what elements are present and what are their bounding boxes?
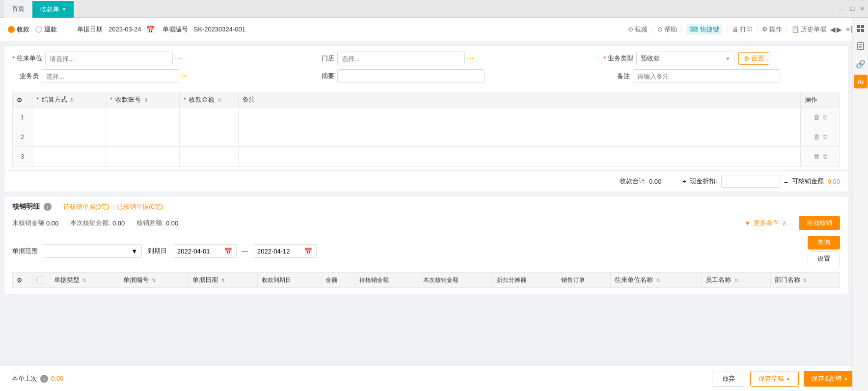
staff-input[interactable]	[42, 69, 179, 83]
col-action-header: 操作	[801, 92, 840, 108]
list-view-icon[interactable]: ≡	[846, 26, 850, 33]
radio-receipt[interactable]: 收款	[8, 25, 29, 34]
account-cell-2[interactable]	[106, 127, 180, 147]
sidebar-ai-icon[interactable]: Ai	[854, 75, 868, 88]
info-icon[interactable]: i	[44, 203, 52, 211]
calendar-to-icon: 📅	[304, 248, 312, 255]
settle-cell-2[interactable]	[32, 127, 106, 147]
tab-receipt[interactable]: 收款单 ×	[32, 0, 74, 18]
filter-row: 单据范围 ▼ 到期日 2022-04-01 📅 — 2022-04-12 📅 查…	[12, 236, 840, 266]
help-btn[interactable]: ⊙ 帮助	[657, 25, 677, 34]
sort-amount-icon[interactable]: ⇅	[217, 97, 221, 103]
row-num-2: 2	[13, 127, 32, 147]
query-btn[interactable]: 查询	[808, 236, 840, 250]
set-btn[interactable]: 设置	[808, 251, 840, 266]
delete-icon-2[interactable]: 🗑	[814, 133, 820, 140]
amount-cell-1[interactable]	[180, 108, 239, 127]
table-row: 1 🗑 ⧉	[13, 108, 840, 127]
video-btn[interactable]: ⊙ 视频	[628, 25, 648, 34]
biz-type-select[interactable]: 预收款 ▼	[636, 52, 734, 65]
row-num-3: 3	[13, 147, 32, 167]
staff-more-icon[interactable]: ···	[181, 72, 188, 81]
sort-settle-icon[interactable]: ⇅	[70, 97, 74, 103]
calendar-icon[interactable]: 📅	[146, 26, 155, 33]
store-more-icon[interactable]: ···	[467, 54, 473, 63]
account-cell-1[interactable]	[106, 108, 180, 127]
settings-btn-top[interactable]: ⚙ 设置	[738, 52, 769, 65]
radio-receipt-dot	[8, 26, 15, 33]
discount-input[interactable]	[721, 175, 780, 188]
sidebar-table-icon[interactable]	[854, 22, 868, 35]
close-icon[interactable]: ×	[860, 5, 864, 12]
window-controls: — □ ×	[839, 5, 864, 12]
nav-arrows: ◀ ▶	[830, 26, 842, 33]
sort-doc-num[interactable]: ⇅	[152, 278, 156, 283]
col-doc-date: 单据日期 ⇅	[188, 273, 257, 288]
history-btn[interactable]: 📋 历史单据	[791, 25, 826, 34]
remark-cell-1[interactable]	[239, 108, 801, 127]
partner-input[interactable]	[45, 52, 173, 65]
sort-partner[interactable]: ⇅	[656, 278, 660, 283]
account-cell-3[interactable]	[106, 147, 180, 167]
copy-icon-2[interactable]: ⧉	[823, 133, 827, 141]
print-btn[interactable]: 🖨 打印	[732, 25, 753, 34]
partner-more-icon[interactable]: ···	[175, 54, 181, 63]
right-sidebar: 🔗 Ai	[852, 18, 868, 391]
next-arrow[interactable]: ▶	[837, 26, 842, 33]
select-all-checkbox[interactable]	[36, 277, 43, 283]
radio-refund[interactable]: 退款	[35, 25, 57, 34]
sort-staff[interactable]: ⇅	[734, 278, 738, 283]
abandon-btn[interactable]: 放弃	[712, 371, 745, 387]
save-draft-btn[interactable]: 保存草稿 ▲	[750, 371, 799, 387]
minimize-icon[interactable]: —	[839, 5, 845, 12]
date-from-picker[interactable]: 2022-04-01 📅	[173, 244, 237, 258]
sort-doc-date[interactable]: ⇅	[221, 278, 225, 283]
tab-home[interactable]: 首页	[4, 0, 32, 18]
store-field: 门店 ···	[308, 52, 592, 65]
more-conditions-btn[interactable]: ▼ 更多条件 ∧	[744, 219, 787, 227]
copy-icon-1[interactable]: ⧉	[823, 113, 827, 121]
sidebar-doc-icon[interactable]	[854, 39, 868, 53]
summary-input[interactable]	[337, 69, 485, 83]
save-draft-label: 保存草稿	[759, 374, 784, 383]
settle-cell-1[interactable]	[32, 108, 106, 127]
prev-arrow[interactable]: ◀	[830, 26, 836, 33]
bottom-gear-header: ⚙	[13, 273, 32, 288]
footer-left: 本单上次 i 0.00	[12, 374, 63, 383]
copy-icon-3[interactable]: ⧉	[823, 153, 827, 161]
footer-info-icon[interactable]: i	[40, 375, 48, 383]
delete-icon-3[interactable]: 🗑	[814, 153, 820, 160]
summary-row: 收款合计 0.00 + 现金折扣: = 可核销金额 0.00	[4, 170, 848, 192]
done-tab[interactable]: 已核销单据(0笔)	[115, 202, 165, 211]
auto-writeoff-btn[interactable]: 自动核销	[799, 216, 840, 230]
amount-cell-3[interactable]	[180, 147, 239, 167]
remark-cell-3[interactable]	[239, 147, 801, 167]
action-cell-3: 🗑 ⧉	[801, 147, 840, 167]
bottom-gear-icon[interactable]: ⚙	[17, 277, 23, 284]
shortcut-btn[interactable]: ⌨ 快捷键	[686, 24, 722, 35]
partner-label: 往来单位	[16, 54, 45, 63]
store-input[interactable]	[337, 52, 465, 65]
sort-account-icon[interactable]: ⇅	[144, 97, 148, 103]
remark-cell-2[interactable]	[239, 127, 801, 147]
date-to-picker[interactable]: 2022-04-12 📅	[253, 244, 317, 258]
available-label: 可核销金额	[792, 177, 824, 186]
prev-label: 本单上次	[12, 374, 37, 383]
settle-cell-3[interactable]	[32, 147, 106, 167]
operation-btn[interactable]: ⚙ 操作	[762, 25, 782, 34]
action-icons-2: 🗑 ⧉	[801, 133, 840, 141]
sort-doc-type[interactable]: ⇅	[82, 278, 86, 283]
col-partner-name: 往来单位名称 ⇅	[611, 273, 702, 288]
remark-input[interactable]	[633, 69, 780, 83]
pending-tab[interactable]: 待核销单据(0笔)	[61, 202, 111, 211]
sort-dept[interactable]: ⇅	[803, 278, 807, 283]
print-label: 打印	[740, 25, 753, 34]
amount-cell-2[interactable]	[180, 127, 239, 147]
save-new-btn[interactable]: 保存&新增 ▲	[804, 371, 856, 387]
table-gear-icon[interactable]: ⚙	[17, 96, 23, 104]
range-select[interactable]: ▼	[44, 244, 142, 258]
tab-close-icon[interactable]: ×	[62, 6, 66, 13]
maximize-icon[interactable]: □	[851, 5, 855, 12]
delete-icon-1[interactable]: 🗑	[814, 113, 820, 121]
sidebar-link-icon[interactable]: 🔗	[854, 57, 868, 71]
